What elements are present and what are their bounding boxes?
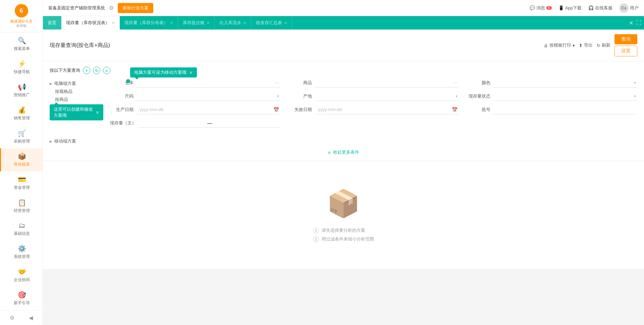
tab-inventory-dist[interactable]: 现存量（库存分布表） ✕: [120, 16, 178, 30]
batch-input[interactable]: [494, 106, 636, 113]
filter-label: 按以下方案查询: [50, 67, 80, 73]
sidebar-item-basic[interactable]: 🗂 基础信息: [0, 218, 43, 240]
filter-refresh-button[interactable]: ↻: [93, 67, 100, 74]
sidebar-item-system[interactable]: ⚙️ 系统管理: [0, 240, 43, 264]
size-down-icon[interactable]: ▾: [277, 94, 279, 99]
tab-recv-send[interactable]: 收发存汇总表 ✕: [251, 16, 292, 30]
topbar-left: 装备及固定资产辅助管理系统 ⚙ 体验行业方案: [48, 3, 153, 13]
tab-in-out-flow-label: 出入库流水: [219, 20, 241, 26]
plan-pc[interactable]: ▶ 电脑端方案: [50, 79, 103, 88]
search-button[interactable]: 查询: [614, 34, 637, 44]
service-icon: 🎧: [588, 5, 594, 10]
status-down-icon[interactable]: ▾: [634, 94, 636, 99]
warehouse-dots-icon[interactable]: ···: [275, 80, 279, 86]
sidebar-item-inventory[interactable]: 📦 库存核算: [0, 148, 43, 171]
expire-date-cal-icon[interactable]: 📅: [452, 107, 458, 112]
sidebar-item-purchase[interactable]: 🛒 采购管理: [0, 125, 43, 148]
goods-input[interactable]: [316, 79, 453, 87]
tooltip-pc-plan-close[interactable]: ✕: [189, 70, 193, 75]
app-download-group[interactable]: 📱 App下载: [558, 5, 582, 11]
plan-mobile[interactable]: ▶ 移动端方案: [50, 137, 103, 145]
collapse-button[interactable]: ∧ 收起更多条件: [328, 149, 359, 155]
sidebar-item-operations[interactable]: 📋 经营管理: [0, 195, 43, 218]
tab-batch-account[interactable]: 库存批次账 ✕: [178, 16, 215, 30]
logo-icon: 6: [15, 4, 28, 17]
online-service-group[interactable]: 🎧 在线客服: [588, 5, 612, 11]
industry-btn[interactable]: 体验行业方案: [118, 3, 153, 13]
tooltip-plan-edit-close[interactable]: ✕: [96, 110, 99, 115]
user-group[interactable]: Ea 用户: [619, 3, 639, 13]
tab-home[interactable]: 首页: [43, 16, 61, 30]
filter-field-produce-date: 生产日期 📅: [110, 105, 280, 114]
produce-date-input[interactable]: [138, 106, 273, 113]
search-nav-icon: 🔍: [18, 37, 26, 45]
origin-input[interactable]: [316, 92, 455, 100]
quick-nav-icon: ⚡: [18, 60, 26, 68]
sidebar-item-finance[interactable]: 💳 资金管理: [0, 171, 43, 195]
filter-back-button[interactable]: «: [103, 67, 110, 74]
size-input[interactable]: [138, 92, 277, 100]
tab-batch-account-label: 库存批次账: [183, 20, 205, 26]
sidebar-item-search[interactable]: 🔍 搜索菜单: [0, 33, 43, 56]
export-icon: ⬆: [579, 43, 583, 48]
plan-pc-item-0[interactable]: 按规格品: [55, 88, 103, 96]
tab-in-out-flow-close[interactable]: ✕: [243, 21, 246, 25]
purchase-nav-icon: 🛒: [18, 129, 26, 137]
gear-icon[interactable]: ⚙: [109, 5, 114, 11]
page-actions: 🖨 按模板打印 ▾ ⬆ 导出 ↻ 刷新 查询 设置: [544, 34, 637, 56]
tabbar-end: ✕ ⛶: [626, 16, 644, 30]
collapse-sidebar-icon[interactable]: ◀: [29, 315, 33, 321]
settings-bottom-icon[interactable]: ⚙: [10, 315, 14, 321]
tab-inventory-status-close[interactable]: ✕: [112, 21, 115, 25]
sidebar-nav: 🔍 搜索菜单 ⚡ 快捷导航 📢 营销推广 💰 销售管理 🛒 采购管理 📦 库存核…: [0, 33, 43, 310]
sidebar-item-enterprise[interactable]: 🤝 企业协同: [0, 264, 43, 287]
basic-nav-icon: 🗂: [18, 222, 25, 229]
origin-down-icon[interactable]: ▾: [455, 94, 458, 99]
tab-in-out-flow[interactable]: 出入库流水 ✕: [215, 16, 251, 30]
tab-fullscreen-icon[interactable]: ⛶: [636, 20, 641, 26]
expire-date-input[interactable]: [316, 106, 452, 113]
sidebar-item-marketing[interactable]: 📢 营销推广: [0, 79, 43, 102]
empty-text: 1 请先选择要分析的方案 2 用过滤条件来缩小分析范围: [313, 227, 374, 242]
color-down-icon[interactable]: ▾: [634, 80, 636, 85]
app-download-label: App下载: [565, 5, 582, 11]
sidebar-label-system: 系统管理: [14, 254, 30, 260]
color-label: 颜色: [467, 80, 490, 86]
tab-inventory-status[interactable]: 现存量（库存状况表） ✕: [61, 16, 120, 30]
sidebar-item-guide[interactable]: 🎯 新手引导: [0, 287, 43, 310]
tab-recv-send-close[interactable]: ✕: [284, 21, 287, 25]
system-nav-icon: ⚙️: [18, 245, 26, 253]
refresh-icon: ↻: [597, 43, 600, 48]
message-group[interactable]: 💬 消息 6: [530, 5, 552, 11]
filter-add-button[interactable]: +: [83, 67, 90, 74]
filter-field-status: 现存量状态 ▾: [467, 92, 637, 101]
sidebar-logo: 6 畅捷通好生意 标准版: [0, 0, 43, 33]
produce-date-cal-icon[interactable]: 📅: [273, 107, 279, 112]
print-btn[interactable]: 🖨 按模板打印 ▾: [544, 42, 575, 48]
sidebar-label-purchase: 采购管理: [14, 139, 30, 144]
tab-close-all-icon[interactable]: ✕: [629, 20, 633, 26]
refresh-btn[interactable]: ↻ 刷新: [597, 42, 610, 48]
plan-pc-item-1[interactable]: 按商品: [55, 96, 103, 104]
enterprise-nav-icon: 🤝: [18, 268, 26, 276]
sidebar-item-sales[interactable]: 💰 销售管理: [0, 102, 43, 125]
filter-area: 按以下方案查询 + ↻ « 电脑方案可设为移动方案哦 ✕ ▶ 电脑端方案 按规格…: [43, 61, 644, 161]
sidebar-label-inventory: 库存核算: [14, 162, 30, 167]
status-input[interactable]: [494, 92, 634, 100]
set-button[interactable]: 设置: [614, 46, 637, 56]
sidebar-item-quick[interactable]: ⚡ 快捷导航: [0, 56, 43, 79]
qty-from-input[interactable]: [140, 119, 205, 127]
warehouse-input[interactable]: [138, 79, 275, 87]
tab-batch-account-close[interactable]: ✕: [207, 21, 210, 25]
produce-date-label: 生产日期: [110, 107, 133, 113]
color-input[interactable]: [494, 79, 634, 87]
goods-dots-icon[interactable]: ···: [453, 80, 458, 86]
tab-inventory-dist-close[interactable]: ✕: [170, 21, 173, 25]
main-content: 现存量查询(按仓库+商品) 🖨 按模板打印 ▾ ⬆ 导出 ↻ 刷新 查询 设置: [43, 30, 644, 325]
qty-to-input[interactable]: [215, 119, 279, 127]
filter-row-2: 尺码 ▾ 产地 ▾ 现存量状态: [110, 92, 637, 101]
export-btn[interactable]: ⬆ 导出: [579, 42, 593, 48]
filter-header: 按以下方案查询 + ↻ « 电脑方案可设为移动方案哦 ✕: [50, 67, 637, 74]
page-header: 现存量查询(按仓库+商品) 🖨 按模板打印 ▾ ⬆ 导出 ↻ 刷新 查询 设置: [43, 30, 644, 61]
step-2-text: 用过滤条件来缩小分析范围: [322, 236, 374, 242]
